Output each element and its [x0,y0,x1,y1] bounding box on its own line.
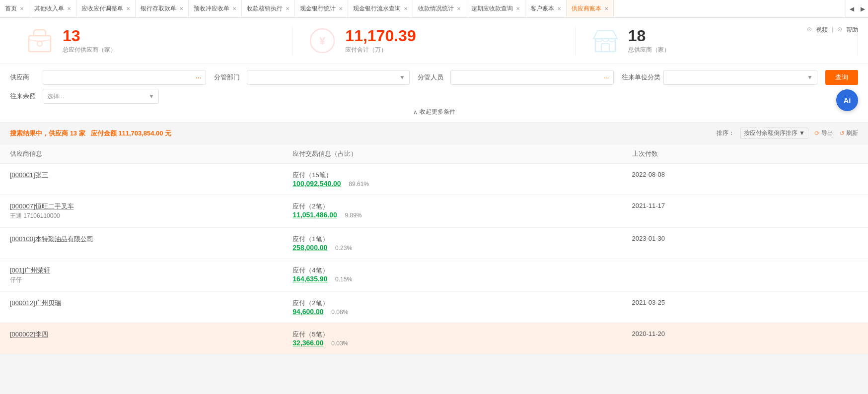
transaction-info-3: 应付（1笔） 258,000.00 0.23% [292,235,632,252]
tx-amount-1[interactable]: 100,092,540.00 [292,180,341,188]
nav-tab-receipt-exec-close[interactable]: ✕ [286,6,289,11]
nav-tab-bank-deposit-close[interactable]: ✕ [179,6,183,11]
nav-tab-bank-deposit[interactable]: 银行存取款单 ✕ [136,0,189,18]
balance-filter-arrow: ▼ [148,93,154,100]
sort-arrow-icon: ▼ [799,130,805,136]
card2-content: 11,170.39 应付合计（万） [345,27,416,54]
col-header-lastpay: 上次付数 [632,149,858,158]
dept-filter-select[interactable]: ▼ [247,70,410,85]
nav-tab-cash-stat-label: 现金银行统计 [300,4,336,13]
nav-tab-prepay-close[interactable]: ✕ [232,6,236,11]
unit-filter-label: 往来单位分类 [622,73,660,82]
nav-arrow-right[interactable]: ▶ [857,0,868,18]
nav-tab-supplier-book[interactable]: 供应商账本 ✕ [567,0,614,18]
transaction-info-4: 应付（4笔） 164,635.90 0.15% [292,266,632,283]
supplier-link-3[interactable]: [000100]本特勤油品有限公司 [10,235,93,243]
balance-filter-label: 往来余额 [10,92,40,101]
tx-amount-2[interactable]: 11,051,486.00 [292,211,337,219]
supplier-sub-4: 仔仔 [10,276,292,284]
supplier-link-4[interactable]: [001]广州荣轩 [10,266,50,274]
nav-tab-overdue-ar[interactable]: 超期应收款查询 ✕ [466,0,525,18]
store-icon [590,26,620,56]
data-table: 供应商信息 应付交易信息（占比） 上次付数 [000001]张三 应付（15笔）… [0,144,868,354]
balance-filter-select[interactable]: 选择... ▼ [43,89,159,104]
nav-tab-customer-book-close[interactable]: ✕ [557,6,561,11]
help-link[interactable]: 帮助 [846,26,858,34]
nav-tab-ar-ap-adjust-label: 应收应付调整单 [81,4,123,13]
nav-tab-supplier-book-close[interactable]: ✕ [604,6,608,11]
export-button[interactable]: ⟳ 导出 [814,129,833,137]
tx-label-6: 应付（5笔） [292,330,632,339]
supplier-link-6[interactable]: [000002]李四 [10,330,48,338]
collapse-label: 收起更多条件 [420,108,455,116]
table-row[interactable]: [001]广州荣轩 仔仔 应付（4笔） 164,635.90 0.15% [0,259,868,292]
search-button[interactable]: 查询 [825,70,858,85]
nav-tab-receipt-stat[interactable]: 收款情况统计 ✕ [413,0,466,18]
nav-tab-receipt-stat-close[interactable]: ✕ [457,6,461,11]
nav-tab-other-income[interactable]: 其他收入单 ✕ [29,0,76,18]
nav-arrow-left[interactable]: ◀ [846,0,857,18]
table-row[interactable]: [000002]李四 应付（5笔） 32,366.00 0.03% 2020-1… [0,323,868,354]
money-icon: ¥ [307,26,337,56]
supplier-link-1[interactable]: [000001]张三 [10,171,48,179]
nav-tab-cash-flow-close[interactable]: ✕ [404,6,408,11]
tx-amount-6[interactable]: 32,366.00 [292,339,323,347]
supplier-info-3: [000100]本特勤油品有限公司 [10,235,292,244]
table-row[interactable]: [000012]广州贝瑞 应付（2笔） 94,600.00 0.08% 2021… [0,292,868,323]
table-header: 供应商信息 应付交易信息（占比） 上次付数 [0,144,868,164]
sort-select[interactable]: 按应付余额倒序排序 ▼ [740,128,808,139]
unit-filter-select[interactable]: ▼ [663,70,818,85]
filter-unit: 往来单位分类 ▼ [622,70,818,85]
tx-amount-4[interactable]: 164,635.90 [292,275,327,283]
refresh-icon: ↺ [839,130,845,137]
lastpay-6: 2020-11-20 [632,330,858,337]
nav-tab-home-close[interactable]: ✕ [20,6,24,11]
nav-tab-receipt-exec-label: 收款核销执行 [247,4,283,13]
supplier-link-2[interactable]: [000007]恒旺二手叉车 [10,202,74,210]
person-filter-input[interactable]: ··· [450,70,614,85]
supplier-info-5: [000012]广州贝瑞 [10,299,292,308]
top-nav: 首页 ✕ 其他收入单 ✕ 应收应付调整单 ✕ 银行存取款单 ✕ 预收冲应收单 ✕… [0,0,868,18]
nav-tab-cash-flow[interactable]: 现金银行流水查询 ✕ [348,0,413,18]
tx-amount-3[interactable]: 258,000.00 [292,244,327,252]
tx-label-1: 应付（15笔） [292,171,632,180]
result-supplier-count: 13 [70,130,77,137]
video-link[interactable]: 视频 [816,26,828,34]
table-row[interactable]: [000001]张三 应付（15笔） 100,092,540.00 89.61%… [0,164,868,195]
ai-button[interactable]: Ai [836,89,858,111]
card1-content: 13 总应付供应商（家） [63,27,116,54]
supplier-filter-label: 供应商 [10,73,40,82]
tx-pct-5: 0.08% [331,309,348,316]
lastpay-date-3: 2023-01-30 [632,235,665,242]
supplier-filter-input[interactable]: ··· [43,70,206,85]
table-row[interactable]: [000100]本特勤油品有限公司 应付（1笔） 258,000.00 0.23… [0,228,868,259]
collapse-button[interactable]: ∧ 收起更多条件 [10,108,858,116]
nav-tab-other-income-close[interactable]: ✕ [67,6,71,11]
card3-content: 18 总供应商（家） [628,27,670,54]
supplier-info-6: [000002]李四 [10,330,292,339]
nav-tab-customer-book[interactable]: 客户账本 ✕ [525,0,567,18]
nav-tab-receipt-exec[interactable]: 收款核销执行 ✕ [242,0,295,18]
nav-tab-home[interactable]: 首页 ✕ [0,0,29,18]
refresh-button[interactable]: ↺ 刷新 [839,129,858,137]
tx-pct-6: 0.03% [331,340,348,347]
tx-amount-5[interactable]: 94,600.00 [292,308,323,316]
nav-tab-ar-ap-adjust[interactable]: 应收应付调整单 ✕ [76,0,136,18]
supplier-info-2: [000007]恒旺二手叉车 王通 17106110000 [10,202,292,220]
result-amount-prefix: 应付金额 [91,130,117,137]
transaction-info-2: 应付（2笔） 11,051,486.00 9.89% [292,202,632,219]
collapse-chevron-icon: ∧ [413,109,418,116]
svg-point-1 [37,41,42,46]
link-circle-icon: ⊙ [807,26,812,34]
nav-tab-ar-ap-adjust-close[interactable]: ✕ [126,6,130,11]
nav-tab-overdue-ar-close[interactable]: ✕ [516,6,520,11]
nav-tab-cash-flow-label: 现金银行流水查询 [353,4,401,13]
nav-tab-cash-stat-close[interactable]: ✕ [339,6,343,11]
supplier-link-5[interactable]: [000012]广州贝瑞 [10,299,61,307]
export-icon: ⟳ [814,130,820,137]
nav-tab-prepay[interactable]: 预收冲应收单 ✕ [189,0,242,18]
supplier-filter-dots: ··· [196,73,202,81]
nav-tab-cash-stat[interactable]: 现金银行统计 ✕ [295,0,348,18]
table-row[interactable]: [000007]恒旺二手叉车 王通 17106110000 应付（2笔） 11,… [0,195,868,228]
filter-row-1: 供应商 ··· 分管部门 ▼ 分管人员 ··· 往来单位分类 ▼ [10,70,858,85]
